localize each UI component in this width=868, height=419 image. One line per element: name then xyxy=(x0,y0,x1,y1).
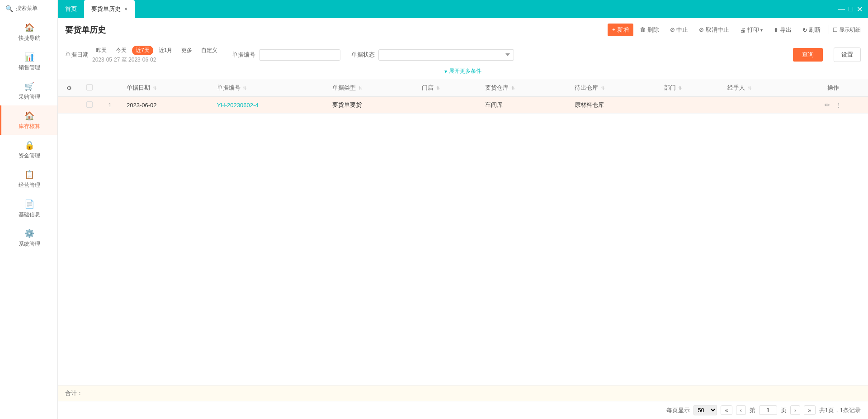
window-maximize-icon[interactable]: □ xyxy=(849,5,853,13)
table-footer: 合计： xyxy=(58,385,868,401)
tab-active-label: 要货单历史 xyxy=(91,5,121,13)
tab-close-icon[interactable]: × xyxy=(124,6,127,12)
td-pending-warehouse: 原材料仓库 xyxy=(569,97,659,114)
row-edit-button[interactable]: ✏ xyxy=(823,100,832,110)
add-button[interactable]: + 新增 xyxy=(608,24,633,36)
page-title: 要货单历史 xyxy=(65,24,106,35)
td-request-warehouse: 车间库 xyxy=(480,97,569,114)
data-table: ⚙ 单据日期 ⇅ 单据编号 ⇅ 单据类型 ⇅ 门店 ⇅ 要货仓库 ⇅ 待出仓库 … xyxy=(58,79,868,114)
sort-icon-dept: ⇅ xyxy=(678,86,682,90)
sidebar-item-purchase[interactable]: 🛒 采购管理 xyxy=(0,76,57,105)
sidebar-item-quick-nav[interactable]: 🏠 快捷导航 xyxy=(0,17,57,47)
inventory-icon: 🏠 xyxy=(24,111,34,121)
toolbar: + 新增 🗑 删除 ⊘ 中止 ⊘ 取消中止 🖨 打印 ▾ ⬆ 导出 ↻ 刷新 xyxy=(608,24,861,36)
query-button[interactable]: 查询 xyxy=(793,48,823,62)
th-order-no[interactable]: 单据编号 ⇅ xyxy=(212,79,327,97)
sidebar-item-base-info[interactable]: 📄 基础信息 xyxy=(0,194,57,223)
page-number-input[interactable] xyxy=(759,405,777,415)
date-pill-today[interactable]: 今天 xyxy=(112,46,130,55)
sidebar-item-sales[interactable]: 📊 销售管理 xyxy=(0,47,57,76)
th-settings[interactable]: ⚙ xyxy=(58,79,80,97)
select-all-checkbox[interactable] xyxy=(86,84,93,90)
date-pills-container: 昨天 今天 近7天 近1月 更多 自定义 2023-05-27 至 2023-0… xyxy=(92,46,221,64)
sort-icon-pend-wh: ⇅ xyxy=(601,86,604,90)
filter-row: 单据日期 昨天 今天 近7天 近1月 更多 自定义 2023-05-27 至 2… xyxy=(65,46,861,64)
first-page-button[interactable]: « xyxy=(721,405,732,415)
last-page-button[interactable]: » xyxy=(804,405,815,415)
table-row: 1 2023-06-02 YH-20230602-4 要货单要货 车间库 原材料… xyxy=(58,97,868,114)
date-pill-custom[interactable]: 自定义 xyxy=(198,46,221,55)
toolbar-divider xyxy=(829,25,829,34)
refresh-icon: ↻ xyxy=(802,27,807,33)
sidebar-search[interactable]: 🔍 搜索菜单 xyxy=(0,0,57,17)
status-label: 单据状态 xyxy=(351,51,375,59)
sidebar-item-system[interactable]: ⚙️ 系统管理 xyxy=(0,223,57,252)
date-range-display: 2023-05-27 至 2023-06-02 xyxy=(92,56,221,64)
date-pill-1month[interactable]: 近1月 xyxy=(155,46,176,55)
filter-order-no-item: 单据编号 xyxy=(232,49,340,61)
total-info: 共1页，1条记录 xyxy=(819,406,861,414)
per-page-select[interactable]: 50 100 200 xyxy=(693,405,717,415)
purchase-icon: 🛒 xyxy=(24,81,34,91)
th-order-type[interactable]: 单据类型 ⇅ xyxy=(327,79,416,97)
th-handler[interactable]: 经手人 ⇅ xyxy=(722,79,798,97)
status-select[interactable] xyxy=(378,49,514,61)
td-operations: ✏ ⋮ xyxy=(798,97,868,114)
table-body: 1 2023-06-02 YH-20230602-4 要货单要货 车间库 原材料… xyxy=(58,97,868,114)
th-date[interactable]: 单据日期 ⇅ xyxy=(121,79,212,97)
date-pills: 昨天 今天 近7天 近1月 更多 自定义 xyxy=(92,46,221,55)
order-no-link[interactable]: YH-20230602-4 xyxy=(217,102,259,109)
table-header: ⚙ 单据日期 ⇅ 单据编号 ⇅ 单据类型 ⇅ 门店 ⇅ 要货仓库 ⇅ 待出仓库 … xyxy=(58,79,868,97)
row-more-button[interactable]: ⋮ xyxy=(834,100,844,110)
topbar: 首页 要货单历史 × — □ ✕ xyxy=(58,0,868,18)
finance-icon: 🔒 xyxy=(24,140,34,150)
prev-page-button[interactable]: ‹ xyxy=(736,405,746,415)
content-area: 要货单历史 + 新增 🗑 删除 ⊘ 中止 ⊘ 取消中止 🖨 打印 ▾ ⬆ 导出 … xyxy=(58,18,868,419)
delete-button[interactable]: 🗑 删除 xyxy=(635,24,664,36)
settings-button[interactable]: 设置 xyxy=(834,48,861,62)
td-date: 2023-06-02 xyxy=(121,97,212,114)
sidebar-search-label: 搜索菜单 xyxy=(16,5,38,12)
order-no-input[interactable] xyxy=(259,49,340,61)
th-checkbox[interactable] xyxy=(80,79,99,97)
cancel-suspend-button[interactable]: ⊘ 取消中止 xyxy=(694,24,734,36)
window-minimize-icon[interactable]: — xyxy=(838,5,845,13)
order-no-label: 单据编号 xyxy=(232,51,255,59)
sidebar-item-operations[interactable]: 📋 经营管理 xyxy=(0,164,57,194)
sort-icon-store: ⇅ xyxy=(436,86,440,90)
sidebar-item-label: 系统管理 xyxy=(19,240,40,248)
window-close-icon[interactable]: ✕ xyxy=(857,5,863,14)
td-checkbox[interactable] xyxy=(80,97,99,114)
filter-status-item: 单据状态 xyxy=(351,49,782,61)
sidebar-item-label: 资金管理 xyxy=(19,152,40,160)
sort-icon-order-type: ⇅ xyxy=(359,86,362,90)
refresh-button[interactable]: ↻ 刷新 xyxy=(798,24,825,36)
date-pill-yesterday[interactable]: 昨天 xyxy=(92,46,110,55)
sidebar-item-inventory[interactable]: 🏠 库存核算 xyxy=(0,105,57,135)
th-store[interactable]: 门店 ⇅ xyxy=(416,79,480,97)
print-button[interactable]: 🖨 打印 ▾ xyxy=(736,24,767,36)
sales-icon: 📊 xyxy=(24,52,34,62)
sort-icon-handler: ⇅ xyxy=(748,86,751,90)
page-label-first: 第 xyxy=(750,406,755,414)
suspend-button[interactable]: ⊘ 中止 xyxy=(665,24,693,36)
sidebar-item-label: 快捷导航 xyxy=(19,34,40,42)
th-request-warehouse[interactable]: 要货仓库 ⇅ xyxy=(480,79,569,97)
tab-home[interactable]: 首页 xyxy=(58,0,84,18)
sidebar-item-finance[interactable]: 🔒 资金管理 xyxy=(0,135,57,164)
th-department[interactable]: 部门 ⇅ xyxy=(659,79,722,97)
tab-active[interactable]: 要货单历史 × xyxy=(84,0,135,18)
td-order-no[interactable]: YH-20230602-4 xyxy=(212,97,327,114)
filter-date-item: 单据日期 昨天 今天 近7天 近1月 更多 自定义 2023-05-27 至 2… xyxy=(65,46,221,64)
date-pill-7days[interactable]: 近7天 xyxy=(132,46,153,55)
td-store xyxy=(416,97,480,114)
export-button[interactable]: ⬆ 导出 xyxy=(769,24,796,36)
next-page-button[interactable]: › xyxy=(790,405,800,415)
show-detail-button[interactable]: ☐ 显示明细 xyxy=(833,26,861,34)
sidebar-item-label: 基础信息 xyxy=(19,211,40,219)
th-pending-warehouse[interactable]: 待出仓库 ⇅ xyxy=(569,79,659,97)
row-checkbox[interactable] xyxy=(86,101,93,108)
search-icon: 🔍 xyxy=(5,5,13,12)
expand-more-btn[interactable]: ▾ 展开更多条件 xyxy=(65,67,861,75)
date-pill-more[interactable]: 更多 xyxy=(178,46,196,55)
